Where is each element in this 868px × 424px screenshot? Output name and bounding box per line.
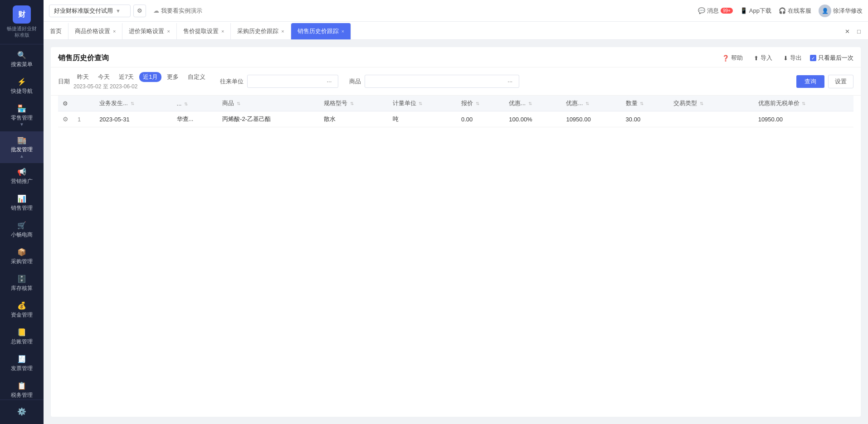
sidebar-item-inventory[interactable]: 🗄️ 库存核算 — [0, 270, 44, 297]
tab-purchase-strategy[interactable]: 进价策略设置 × — [122, 23, 176, 39]
sidebar-logo: 财 畅捷通好业财标准版 — [0, 0, 44, 44]
sidebar-item-retail[interactable]: 🏪 零售管理 ▼ — [0, 100, 44, 131]
tab-product-price[interactable]: 商品价格设置 × — [68, 23, 122, 39]
th-product[interactable]: 商品 ⇅ — [218, 96, 319, 111]
message-badge: 99+ — [721, 8, 733, 14]
workspace-label: 好业财标准版交付试用 — [54, 7, 113, 15]
sort-icon-extra: ⇅ — [184, 101, 188, 106]
gear-header-icon[interactable]: ⚙ — [63, 100, 68, 107]
date-opt-last1m[interactable]: 近1月 — [139, 72, 161, 82]
table-header: ⚙ 业务发生... ⇅ ... ⇅ 商品 ⇅ — [58, 96, 853, 111]
th-spacer — [737, 96, 753, 111]
th-business-date[interactable]: 业务发生... ⇅ — [95, 96, 172, 111]
retail-icon: 🏪 — [17, 104, 26, 113]
sidebar-item-wholesale[interactable]: 🏬 批发管理 ▲ — [0, 131, 44, 163]
date-filter-group: 日期 昨天 今天 近7天 近1月 更多 自定义 2023-05-02 至 202… — [58, 72, 209, 91]
online-service-button[interactable]: 🎧 在线客服 — [779, 7, 811, 15]
th-num — [73, 96, 95, 111]
td-discount-amt: 10950.00 — [561, 111, 621, 127]
td-business-date: 2023-05-31 — [95, 111, 172, 127]
sidebar-item-marketing[interactable]: 📢 营销推广 — [0, 163, 44, 190]
tab-price-extract-close[interactable]: × — [221, 29, 224, 34]
tab-close-button[interactable]: ✕ — [842, 26, 853, 37]
tab-price-extract[interactable]: 售价提取设置 × — [177, 23, 231, 39]
filter-buttons: 查询 设置 — [796, 75, 853, 88]
sidebar-item-purchase[interactable]: 📦 采购管理 — [0, 243, 44, 270]
export-icon: ⬇ — [783, 55, 788, 62]
wholesale-icon: 🏬 — [17, 136, 26, 145]
row-number: 1 — [78, 116, 81, 123]
date-opt-last7[interactable]: 近7天 — [115, 72, 137, 82]
supplier-more-button[interactable]: ··· — [324, 77, 334, 86]
th-extra[interactable]: ... ⇅ — [172, 96, 218, 111]
sidebar-item-search[interactable]: 🔍 搜索菜单 — [0, 46, 44, 73]
row-gear-button[interactable]: ⚙ — [63, 116, 68, 123]
chevron-down-icon: ▼ — [20, 122, 24, 127]
sort-icon-spec: ⇅ — [350, 101, 354, 106]
th-spec[interactable]: 规格型号 ⇅ — [319, 96, 388, 111]
td-product: 丙烯酸-2-乙基己酯 — [218, 111, 319, 127]
user-menu[interactable]: 👤 徐泽华修改 — [819, 5, 863, 17]
app-download-label: App下载 — [749, 7, 771, 15]
content-panel: 销售历史价查询 ❓ 帮助 ⬆ 导入 ⬇ 导出 ✓ — [51, 47, 861, 417]
td-pretax-price: 10950.00 — [754, 111, 853, 127]
app-download-button[interactable]: 📱 App下载 — [740, 7, 771, 15]
date-options: 昨天 今天 近7天 近1月 更多 自定义 — [73, 72, 209, 82]
help-icon: ❓ — [722, 55, 729, 62]
tab-purchase-history-close[interactable]: × — [281, 29, 284, 34]
product-input-wrap: ··· — [365, 75, 519, 88]
sidebar-item-invoice[interactable]: 🧾 发票管理 — [0, 350, 44, 377]
sidebar-settings[interactable]: ⚙️ — [15, 404, 28, 420]
tax-icon: 📋 — [17, 381, 26, 390]
date-opt-more[interactable]: 更多 — [163, 72, 182, 82]
export-button[interactable]: ⬇ 导出 — [780, 53, 805, 63]
sidebar-item-tax[interactable]: 📋 税务管理 — [0, 377, 44, 400]
sort-icon-product: ⇅ — [237, 101, 240, 106]
th-price[interactable]: 报价 ⇅ — [457, 96, 504, 111]
date-opt-yesterday[interactable]: 昨天 — [73, 72, 93, 82]
marketing-icon: 📢 — [17, 168, 26, 176]
search-icon: 🔍 — [17, 51, 26, 59]
th-unit[interactable]: 计量单位 ⇅ — [388, 96, 457, 111]
workspace-settings-button[interactable]: ⚙ — [133, 5, 146, 17]
tab-home[interactable]: 首页 — [44, 23, 68, 39]
date-opt-custom[interactable]: 自定义 — [184, 72, 209, 82]
help-button[interactable]: ❓ 帮助 — [719, 53, 746, 63]
product-more-button[interactable]: ··· — [505, 77, 515, 86]
workspace-dropdown[interactable]: 好业财标准版交付试用 ▼ — [49, 5, 131, 17]
tab-sales-history-close[interactable]: × — [341, 29, 344, 34]
tab-product-price-close[interactable]: × — [113, 29, 116, 34]
sidebar-item-ecommerce-small[interactable]: 🛒 小畅电商 — [0, 217, 44, 243]
td-num: 1 — [73, 111, 95, 127]
sidebar-item-ledger[interactable]: 📒 总账管理 — [0, 323, 44, 350]
only-last-checkbox-label[interactable]: ✓ 只看最后一次 — [810, 54, 853, 62]
tab-purchase-history[interactable]: 采购历史价跟踪 × — [231, 23, 291, 39]
message-label: 消息 — [707, 7, 719, 15]
tab-maximize-button[interactable]: □ — [853, 26, 864, 37]
th-quantity[interactable]: 数量 ⇅ — [621, 96, 669, 111]
sidebar-item-finance[interactable]: 💰 资金管理 — [0, 297, 44, 323]
supplier-filter-group: 往来单位 ··· — [220, 75, 338, 88]
tab-sales-history[interactable]: 销售历史价跟踪 × — [291, 23, 351, 39]
demo-button[interactable]: ☁ 我要看实例演示 — [153, 7, 202, 15]
sidebar-item-quicknav[interactable]: ⚡ 快捷导航 — [0, 73, 44, 100]
tab-purchase-strategy-label: 进价策略设置 — [129, 27, 164, 35]
th-discount-amt[interactable]: 优惠... ⇅ — [561, 96, 621, 111]
query-button[interactable]: 查询 — [796, 75, 824, 88]
sidebar-item-sales[interactable]: 📊 销售管理 — [0, 190, 44, 217]
product-input[interactable] — [369, 78, 505, 85]
td-spec: 散水 — [319, 111, 388, 127]
filter-settings-button[interactable]: 设置 — [828, 75, 853, 88]
th-transaction-type[interactable]: 交易类型 ⇅ — [669, 96, 737, 111]
invoice-icon: 🧾 — [17, 355, 26, 363]
th-pretax-price[interactable]: 优惠前无税单价 ⇅ — [754, 96, 853, 111]
message-button[interactable]: 💬 消息 99+ — [698, 7, 733, 15]
tab-purchase-strategy-close[interactable]: × — [167, 29, 170, 34]
only-last-checkbox[interactable]: ✓ — [810, 55, 816, 61]
date-opt-today[interactable]: 今天 — [94, 72, 113, 82]
supplier-input[interactable] — [251, 78, 324, 85]
th-discount-pct[interactable]: 优惠... ⇅ — [504, 96, 561, 111]
sort-icon-discount-pct: ⇅ — [528, 101, 532, 106]
import-button[interactable]: ⬆ 导入 — [751, 53, 775, 63]
message-icon: 💬 — [698, 7, 705, 14]
